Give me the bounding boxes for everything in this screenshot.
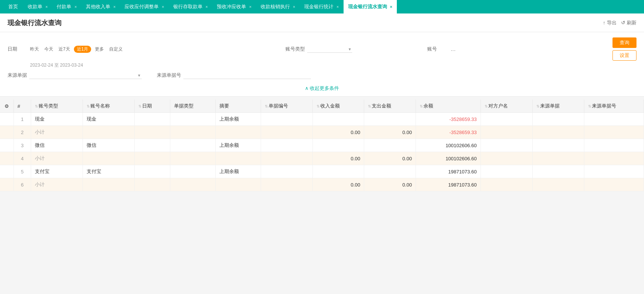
query-button[interactable]: 查询 xyxy=(612,37,636,48)
col-date[interactable]: ⇅日期 xyxy=(134,100,170,113)
nav-item-qitashouru[interactable]: 其他收入单 × xyxy=(81,0,120,13)
cell-summary: 上期余额 xyxy=(215,113,261,126)
cell-expense xyxy=(364,113,416,126)
nav-home[interactable]: 首页 xyxy=(3,3,23,10)
date-filter-buttons: 昨天 今天 近7天 近1月 更多 自定义 xyxy=(29,46,124,53)
close-icon[interactable]: × xyxy=(249,4,251,9)
cell-summary xyxy=(215,152,261,165)
cell-no: 6 xyxy=(14,178,31,191)
cell-doc-type xyxy=(170,126,215,139)
col-gear[interactable]: ⚙ xyxy=(0,100,14,113)
account-dots-button[interactable]: ... xyxy=(448,45,458,53)
nav-item-xianjinliushui[interactable]: 现金银行流水查询 × xyxy=(344,0,397,13)
cell-summary xyxy=(215,178,261,191)
nav-item-shoudan[interactable]: 收款单 × xyxy=(23,0,52,13)
cell-source-doc-no xyxy=(584,126,644,139)
action-buttons: 查询 设置 xyxy=(612,37,636,61)
table-header-row: ⚙ # ⇅账号类型 ⇅账号名称 ⇅日期 单据类型 摘要 ⇅单据编号 ⇅收入金额 … xyxy=(0,100,644,113)
date-range-display: 2023-02-24 至 2023-03-24 xyxy=(30,63,83,68)
col-source-doc[interactable]: ⇅来源单据 xyxy=(532,100,584,113)
table-row[interactable]: 4小计0.000.00100102606.60 xyxy=(0,152,644,165)
cell-account-type: 微信 xyxy=(31,139,83,152)
cell-date xyxy=(134,113,170,126)
col-account-type[interactable]: ⇅账号类型 xyxy=(31,100,83,113)
cell-balance: 19871073.60 xyxy=(416,178,481,191)
close-icon[interactable]: × xyxy=(206,4,208,9)
col-source-doc-no[interactable]: ⇅来源单据号 xyxy=(584,100,644,113)
cell-doc-no xyxy=(261,126,312,139)
chevron-up-icon: ∧ xyxy=(305,85,309,91)
nav-item-shoukuanzhixing[interactable]: 收款核销执行 × xyxy=(256,0,300,13)
cell-income: 0.00 xyxy=(312,152,364,165)
cell-expense xyxy=(364,165,416,178)
col-income[interactable]: ⇅收入金额 xyxy=(312,100,364,113)
cell-source-doc xyxy=(532,152,584,165)
col-balance[interactable]: ⇅余额 xyxy=(416,100,481,113)
table-row[interactable]: 6小计0.000.0019871073.60 xyxy=(0,178,644,191)
close-icon[interactable]: × xyxy=(390,4,392,9)
date-btn-custom[interactable]: 自定义 xyxy=(108,46,124,53)
cell-source-doc-no xyxy=(584,152,644,165)
close-icon[interactable]: × xyxy=(336,4,339,9)
close-icon[interactable]: × xyxy=(74,4,77,9)
close-icon[interactable]: × xyxy=(113,4,116,9)
cell-account-name xyxy=(83,126,135,139)
filter-area: 日期 昨天 今天 近7天 近1月 更多 自定义 账号类型 现金 微信 支付宝 ▼… xyxy=(0,32,644,97)
refresh-button[interactable]: ↺ 刷新 xyxy=(621,19,636,26)
cell-checkbox xyxy=(0,126,14,139)
cell-counterpart xyxy=(481,152,533,165)
nav-item-yinhangcunkuan[interactable]: 银行存取款单 × xyxy=(169,0,212,13)
date-btn-today[interactable]: 今天 xyxy=(43,46,55,53)
col-doc-type[interactable]: 单据类型 xyxy=(170,100,215,113)
cell-balance: 100102606.60 xyxy=(416,139,481,152)
cell-date xyxy=(134,126,170,139)
filter-row-2: 来源单据 ▼ 来源单据号 xyxy=(8,72,636,79)
col-expense[interactable]: ⇅支出金额 xyxy=(364,100,416,113)
nav-item-xianjinyinhangtonzji[interactable]: 现金银行统计 × xyxy=(300,0,343,13)
nav-item-yushouzhongyingshou[interactable]: 预收冲应收单 × xyxy=(212,0,256,13)
date-btn-more[interactable]: 更多 xyxy=(93,46,105,53)
source-doc-select[interactable] xyxy=(29,72,142,79)
cell-doc-type xyxy=(170,139,215,152)
date-btn-yesterday[interactable]: 昨天 xyxy=(29,46,41,53)
cell-summary xyxy=(215,126,261,139)
cell-no: 4 xyxy=(14,152,31,165)
col-doc-no[interactable]: ⇅单据编号 xyxy=(261,100,312,113)
cell-date xyxy=(134,139,170,152)
cell-summary: 上期余额 xyxy=(215,139,261,152)
export-button[interactable]: ↑ 导出 xyxy=(603,19,617,26)
nav-item-yingshoutiaozheng[interactable]: 应收应付调整单 × xyxy=(120,0,168,13)
col-account-name[interactable]: ⇅账号名称 xyxy=(83,100,135,113)
account-label: 账号 xyxy=(427,46,446,52)
cell-source-doc xyxy=(532,139,584,152)
cell-account-name: 现金 xyxy=(83,113,135,126)
account-type-select-wrapper: 现金 微信 支付宝 ▼ xyxy=(307,45,352,53)
cell-doc-type xyxy=(170,152,215,165)
table-row[interactable]: 5支付宝支付宝上期余额19871073.60 xyxy=(0,165,644,178)
cell-date xyxy=(134,165,170,178)
close-icon[interactable]: × xyxy=(45,4,48,9)
account-type-select[interactable]: 现金 微信 支付宝 xyxy=(307,45,352,53)
cell-expense: 0.00 xyxy=(364,126,416,139)
table-row[interactable]: 2小计0.000.00-3528659.33 xyxy=(0,126,644,139)
date-btn-1month[interactable]: 近1月 xyxy=(74,46,92,53)
table-row[interactable]: 3微信微信上期余额100102606.60 xyxy=(0,139,644,152)
close-icon[interactable]: × xyxy=(162,4,164,9)
close-icon[interactable]: × xyxy=(293,4,295,9)
cell-balance: -3528659.33 xyxy=(416,126,481,139)
cell-counterpart xyxy=(481,126,533,139)
cell-checkbox xyxy=(0,165,14,178)
cell-income xyxy=(312,139,364,152)
date-btn-7days[interactable]: 近7天 xyxy=(57,46,72,53)
col-counterpart[interactable]: ⇅对方户名 xyxy=(481,100,533,113)
cell-no: 5 xyxy=(14,165,31,178)
settings-button[interactable]: 设置 xyxy=(612,50,636,61)
collapse-bar[interactable]: ∧ 收起更多条件 xyxy=(8,83,636,93)
table-row[interactable]: 1现金现金上期余额-3528659.33 xyxy=(0,113,644,126)
cell-doc-no xyxy=(261,113,312,126)
nav-item-fukudan[interactable]: 付款单 × xyxy=(52,0,81,13)
cell-account-type: 现金 xyxy=(31,113,83,126)
source-doc-no-input[interactable] xyxy=(183,72,311,79)
cell-doc-type xyxy=(170,178,215,191)
table-container: ⚙ # ⇅账号类型 ⇅账号名称 ⇅日期 单据类型 摘要 ⇅单据编号 ⇅收入金额 … xyxy=(0,100,644,191)
